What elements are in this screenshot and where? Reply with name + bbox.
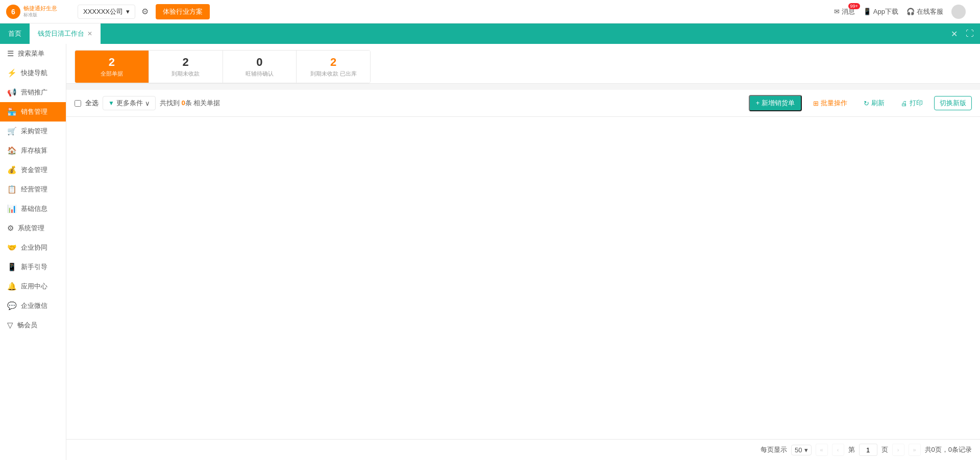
operations-icon: 📋 [7, 185, 17, 194]
tab-close-icon[interactable]: ✕ [87, 30, 92, 37]
found-suffix: 相关单据 [193, 99, 220, 107]
inventory-icon: 🏠 [7, 146, 17, 155]
sidebar-item-guide[interactable]: 📱 新手引导 [0, 257, 66, 277]
page-number-input[interactable] [859, 444, 877, 456]
sidebar-item-marketing[interactable]: 📢 营销推广 [0, 83, 66, 102]
base-info-icon: 📊 [7, 204, 17, 213]
sidebar-item-inventory[interactable]: 🏠 库存核算 [0, 141, 66, 160]
sidebar-item-sales-mgmt-label: 销售管理 [21, 107, 47, 116]
messages-btn[interactable]: ✉ 消息 99+ [834, 7, 855, 16]
tab-close-all-icon[interactable]: ✕ [949, 28, 960, 40]
sidebar-item-enterprise-label: 企业协同 [21, 243, 47, 252]
stat-tab-wang-pending[interactable]: 0 旺辅待确认 [223, 51, 297, 83]
messages-badge: 99+ [848, 3, 860, 9]
page-size-select[interactable]: 50 ▾ [791, 445, 811, 455]
message-icon: ✉ [834, 8, 840, 15]
filter-label: 更多条件 [116, 99, 143, 108]
online-service-btn[interactable]: 🎧 在线客服 [906, 7, 943, 16]
stat-label-all: 全部单据 [79, 70, 144, 78]
sidebar-item-sys-mgmt[interactable]: ⚙ 系统管理 [0, 219, 66, 238]
stat-count-all: 2 [79, 56, 144, 69]
new-sale-btn[interactable]: + 新增销货单 [749, 95, 802, 111]
logo-text: 畅捷通好生意 [23, 5, 57, 12]
sidebar-item-quick-nav-label: 快捷导航 [21, 68, 47, 78]
refresh-label: 刷新 [871, 99, 885, 108]
page-prev-btn[interactable]: ‹ [832, 444, 844, 456]
sidebar-item-finance[interactable]: 💰 资金管理 [0, 160, 66, 180]
layout: ☰ 搜索菜单 ⚡ 快捷导航 📢 营销推广 🏪 销售管理 🛒 采购管理 🏠 库存核… [0, 44, 980, 460]
print-icon: 🖨 [901, 100, 908, 107]
sidebar-item-wechat-work[interactable]: 💬 企业微信 [0, 296, 66, 316]
sidebar-item-enterprise[interactable]: 🤝 企业协同 [0, 238, 66, 257]
found-text: 共找到 0条 相关单据 [160, 99, 220, 108]
sidebar-item-operations[interactable]: 📋 经营管理 [0, 180, 66, 199]
trial-btn[interactable]: 体验行业方案 [156, 4, 210, 19]
per-page-label: 每页显示 [761, 445, 787, 454]
page-first-btn[interactable]: « [816, 444, 828, 456]
sidebar-item-marketing-label: 营销推广 [21, 88, 47, 97]
quick-nav-icon: ⚡ [7, 68, 17, 78]
sidebar-item-base-info[interactable]: 📊 基础信息 [0, 199, 66, 219]
select-all-checkbox[interactable] [75, 100, 81, 107]
sidebar-item-purchase-mgmt-label: 采购管理 [21, 127, 47, 136]
sidebar-item-purchase-mgmt[interactable]: 🛒 采购管理 [0, 122, 66, 141]
print-label: 打印 [910, 99, 923, 108]
sidebar-item-sales-mgmt[interactable]: 🏪 销售管理 [0, 102, 66, 122]
app-download-btn[interactable]: 📱 App下载 [863, 7, 898, 16]
page-label: 第 [848, 445, 855, 454]
print-btn[interactable]: 🖨 打印 [896, 96, 928, 110]
stat-count-overdue-uncollected: 2 [153, 56, 218, 69]
filter-chevron-icon: ∨ [145, 100, 150, 107]
chevron-down-icon: ▾ [126, 8, 130, 15]
stat-label-wang-pending: 旺辅待确认 [227, 70, 292, 78]
batch-op-btn[interactable]: ⊞ 批量操作 [808, 96, 852, 110]
batch-op-icon: ⊞ [813, 100, 819, 107]
top-header: 6 畅捷通好生意 标准版 XXXXXX公司 ▾ ⚙ 体验行业方案 ✉ 消息 99… [0, 0, 980, 23]
avatar[interactable] [951, 5, 966, 19]
page-size-chevron-icon: ▾ [804, 446, 808, 454]
wechat-work-icon: 💬 [7, 301, 17, 310]
filter-icon: ▼ [108, 100, 114, 107]
stats-tabs: 2 全部单据 2 到期未收款 0 旺辅待确认 2 到期未收款 已出库 [66, 44, 980, 84]
empty-table [66, 117, 980, 439]
page-next-btn[interactable]: › [892, 444, 904, 456]
sidebar-item-inventory-label: 库存核算 [21, 146, 47, 155]
tab-bar-actions: ✕ ⛶ [949, 28, 980, 40]
sidebar-item-search-menu[interactable]: ☰ 搜索菜单 [0, 44, 66, 63]
sidebar-item-app-center-label: 应用中心 [21, 282, 47, 291]
sidebar-item-sys-mgmt-label: 系统管理 [18, 224, 44, 233]
refresh-btn[interactable]: ↻ 刷新 [859, 96, 890, 110]
switch-new-btn[interactable]: 切换新版 [934, 96, 972, 110]
sidebar-item-guide-label: 新手引导 [21, 262, 47, 272]
stat-tab-all[interactable]: 2 全部单据 [75, 51, 149, 83]
logo-text-area: 畅捷通好生意 标准版 [23, 5, 57, 18]
page-last-btn[interactable]: » [909, 444, 921, 456]
sidebar-item-base-info-label: 基础信息 [21, 204, 47, 213]
page-size-value: 50 [795, 446, 802, 454]
tab-cash-work[interactable]: 钱货日清工作台 ✕ [30, 23, 101, 44]
stat-label-overdue-shipped: 到期未收款 已出库 [301, 70, 366, 78]
app-download-label: App下载 [873, 7, 898, 16]
toolbar: 全选 ▼ 更多条件 ∨ 共找到 0条 相关单据 + 新增销货单 ⊞ 批量操作 ↻… [66, 90, 980, 117]
toolbar-right: + 新增销货单 ⊞ 批量操作 ↻ 刷新 🖨 打印 切换新版 [749, 95, 972, 111]
sidebar-item-operations-label: 经营管理 [21, 185, 47, 194]
app-center-icon: 🔔 [7, 282, 17, 291]
sidebar-item-app-center[interactable]: 🔔 应用中心 [0, 277, 66, 296]
company-selector[interactable]: XXXXXX公司 ▾ [78, 5, 135, 19]
refresh-icon: ↻ [864, 100, 869, 107]
tab-expand-icon[interactable]: ⛶ [964, 28, 976, 39]
settings-icon-btn[interactable]: ⚙ [139, 5, 151, 18]
sidebar: ☰ 搜索菜单 ⚡ 快捷导航 📢 营销推广 🏪 销售管理 🛒 采购管理 🏠 库存核… [0, 44, 66, 460]
tab-cash-work-label: 钱货日清工作台 [38, 29, 84, 38]
page-suffix: 页 [881, 445, 888, 454]
select-all-label: 全选 [85, 99, 99, 108]
sidebar-item-quick-nav[interactable]: ⚡ 快捷导航 [0, 63, 66, 83]
filter-btn[interactable]: ▼ 更多条件 ∨ [103, 96, 156, 110]
sidebar-item-member[interactable]: ▽ 畅会员 [0, 316, 66, 335]
stat-count-wang-pending: 0 [227, 56, 292, 69]
stat-tab-overdue-uncollected[interactable]: 2 到期未收款 [149, 51, 223, 83]
stat-tab-overdue-shipped[interactable]: 2 到期未收款 已出库 [297, 51, 370, 83]
logo-area: 6 畅捷通好生意 标准版 [6, 5, 72, 19]
member-icon: ▽ [7, 321, 13, 330]
tab-home[interactable]: 首页 [0, 23, 30, 44]
